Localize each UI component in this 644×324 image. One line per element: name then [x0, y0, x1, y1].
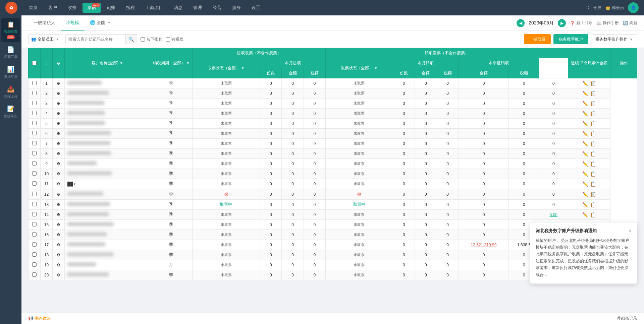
edit-icon[interactable]: ✏️ [582, 192, 588, 197]
row-settings[interactable]: ⚙ [53, 260, 65, 270]
row-checkbox[interactable] [32, 272, 37, 277]
one-click-fetch-btn[interactable]: 一键取票 [524, 34, 551, 44]
my-account-checkbox[interactable] [141, 37, 145, 42]
search-button[interactable]: 🔍 [126, 34, 137, 44]
row-settings[interactable]: ⚙ [53, 159, 65, 169]
vip-btn[interactable]: 👑 购会员 [605, 5, 624, 11]
copy-icon[interactable]: 📋 [590, 81, 596, 86]
nav-manage[interactable]: 管理 [189, 3, 207, 13]
edit-icon[interactable]: ✏️ [582, 121, 588, 126]
copy-icon[interactable]: 📋 [590, 111, 596, 116]
row-settings[interactable]: ⚙ [53, 179, 65, 189]
row-settings[interactable]: ⚙ [53, 169, 65, 179]
nav-message[interactable]: 消息 [169, 3, 187, 13]
copy-icon[interactable]: 📋 [590, 192, 596, 197]
notification-close-btn[interactable]: × [629, 228, 632, 234]
prev-month-btn[interactable]: ◀ [517, 19, 525, 27]
nav-tax[interactable]: 报税 [121, 3, 140, 13]
tax-digital-account-btn[interactable]: 税务数字账户 [553, 34, 588, 44]
nav-operation[interactable]: 经营 [208, 3, 226, 13]
row-checkbox[interactable] [32, 192, 37, 196]
copy-icon[interactable]: 📋 [590, 161, 596, 167]
next-month-btn[interactable]: ▶ [558, 19, 566, 27]
row-checkbox[interactable] [32, 202, 37, 206]
row-settings[interactable]: ⚙ [53, 88, 65, 99]
row-checkbox[interactable] [32, 121, 37, 125]
copy-icon[interactable]: 📋 [590, 101, 596, 106]
copy-icon[interactable]: 📋 [590, 131, 596, 136]
row-checkbox[interactable] [32, 101, 37, 105]
row-settings[interactable]: ⚙ [53, 109, 65, 119]
edit-icon[interactable]: ✏️ [582, 181, 588, 187]
row-settings[interactable]: ⚙ [53, 129, 65, 139]
nav-service[interactable]: 服务 [227, 3, 246, 13]
edit-icon[interactable]: ✏️ [582, 202, 588, 207]
copy-icon[interactable]: 📋 [590, 141, 596, 146]
has-tax-disk-filter[interactable]: 有税盘 [166, 37, 183, 42]
nav-settings[interactable]: 设置 [247, 3, 265, 13]
copy-icon[interactable]: 📋 [590, 121, 596, 126]
sidebar-item-invoice-summary[interactable]: 📊 票据汇总 [1, 63, 20, 81]
tab-small-scale[interactable]: 小规模 [61, 16, 85, 30]
row-checkbox[interactable] [32, 252, 37, 257]
copy-icon[interactable]: 📋 [590, 171, 596, 177]
row-checkbox[interactable] [32, 222, 37, 226]
row-checkbox[interactable] [32, 91, 37, 95]
edit-icon[interactable]: ✏️ [582, 91, 588, 96]
edit-icon[interactable]: ✏️ [582, 81, 588, 86]
row-settings[interactable]: ⚙ [53, 210, 65, 220]
copy-icon[interactable]: 📋 [590, 202, 596, 207]
tab-all-capable[interactable]: 🌐 全能 ▼ [85, 16, 116, 30]
row-settings[interactable]: ⚙ [53, 78, 65, 88]
nav-customer[interactable]: 客户 [44, 3, 62, 13]
sidebar-item-smart-invoice[interactable]: 📋 智能取票 new [1, 18, 20, 42]
user-avatar[interactable]: 👤 [628, 2, 639, 13]
edit-icon[interactable]: ✏️ [582, 141, 588, 146]
edit-icon[interactable]: ✏️ [582, 171, 588, 177]
copy-icon[interactable]: 📋 [590, 181, 596, 187]
row-settings[interactable]: ⚙ [53, 119, 65, 129]
deduct-amount-link[interactable]: 12,621,319.99 [471, 243, 497, 247]
new-guide-btn[interactable]: ❓ 新手引导 [570, 20, 592, 26]
row-checkbox[interactable] [32, 262, 37, 267]
row-settings[interactable]: ⚙ [53, 240, 65, 250]
row-checkbox[interactable] [32, 111, 37, 115]
row-settings[interactable]: ⚙ [53, 220, 65, 230]
nav-bookkeeping[interactable]: 记账 [102, 3, 120, 13]
row-settings[interactable]: ⚙ [53, 189, 65, 200]
search-input[interactable] [65, 34, 126, 44]
row-checkbox[interactable] [32, 171, 37, 176]
refresh-btn[interactable]: 🔄 刷新 [623, 20, 637, 26]
col-tax-period-header[interactable]: 纳税周期（全部） ▼ [150, 48, 192, 78]
col-fetch-in-header[interactable]: 取票状态（全部） ▼ [193, 58, 260, 78]
col-name-header[interactable]: 客户名称(全部) ▼ [65, 48, 150, 78]
row-checkbox[interactable] [32, 141, 37, 145]
manual-btn[interactable]: 📖 操作手册 [596, 20, 619, 26]
copy-icon[interactable]: 📋 [590, 91, 596, 96]
row-settings[interactable]: ⚙ [53, 230, 65, 240]
has-tax-disk-checkbox[interactable] [166, 37, 170, 42]
edit-icon[interactable]: ✏️ [582, 212, 588, 217]
nav-billing[interactable]: 收费 [63, 3, 81, 13]
row-checkbox[interactable] [32, 131, 37, 135]
row-checkbox[interactable] [32, 181, 37, 186]
row-checkbox[interactable] [32, 161, 37, 166]
row-settings[interactable]: ⚙ [53, 250, 65, 260]
sidebar-item-open-invoice[interactable]: 📄 发票开具 [1, 43, 20, 62]
copy-icon[interactable]: 📋 [590, 151, 596, 156]
row-settings[interactable]: ⚙ [53, 270, 65, 280]
edit-icon[interactable]: ✏️ [582, 151, 588, 156]
edit-icon[interactable]: ✏️ [582, 111, 588, 116]
row-checkbox[interactable] [32, 81, 37, 85]
copy-icon[interactable]: 📋 [590, 212, 596, 217]
select-all-checkbox[interactable] [32, 61, 37, 65]
row-settings[interactable]: ⚙ [53, 99, 65, 109]
tab-general-taxpayer[interactable]: 一般纳税人 [28, 16, 61, 30]
fullscreen-btn[interactable]: ⛶ 全屏 [588, 5, 601, 11]
row-settings[interactable]: ⚙ [53, 139, 65, 149]
edit-icon[interactable]: ✏️ [582, 101, 588, 106]
edit-icon[interactable]: ✏️ [582, 161, 588, 167]
sidebar-item-invoice-entry[interactable]: 📝 票据录入 [1, 103, 20, 121]
nav-home[interactable]: 首页 [24, 3, 42, 13]
running12-link[interactable]: 5.00 [550, 212, 557, 217]
